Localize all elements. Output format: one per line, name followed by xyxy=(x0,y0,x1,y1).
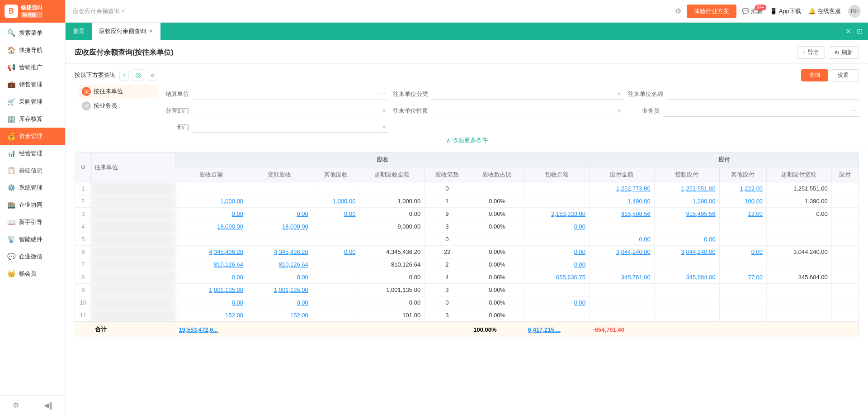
user-avatar[interactable]: Rit xyxy=(848,5,861,18)
salesperson-field[interactable] xyxy=(666,107,850,114)
unit-category-field[interactable] xyxy=(434,91,618,97)
cell-link[interactable]: 0.00 xyxy=(232,299,243,306)
cell-link[interactable]: 77.00 xyxy=(748,274,763,281)
cell-link[interactable]: 1,251,551.00 xyxy=(681,185,716,192)
sidebar-item-operation[interactable]: 📊经营管理 xyxy=(0,145,65,162)
filter-collapse-icon[interactable]: « xyxy=(148,70,157,81)
cell-link[interactable]: 0.00 xyxy=(639,236,650,243)
cell-link[interactable]: 655,636.75 xyxy=(556,274,585,281)
topbar-service[interactable]: 🔔 在线客服 xyxy=(808,7,841,15)
dept-field[interactable] xyxy=(195,124,382,130)
filter-plan-unit[interactable]: 按 按往来单位 xyxy=(78,85,157,98)
dept-arrow[interactable]: ▾ xyxy=(382,123,386,130)
topbar-msg[interactable]: 💬 消息 99+ xyxy=(742,7,763,15)
cell-link[interactable]: 2,153,333.00 xyxy=(551,210,585,217)
cell-link[interactable]: 1,000.00 xyxy=(220,198,243,205)
cell-link[interactable]: 345,684.00 xyxy=(686,274,715,281)
topbar-gear-icon[interactable]: ⚙ xyxy=(675,7,681,15)
cell-link[interactable]: 0.00 xyxy=(574,223,585,230)
cell-link[interactable]: 0.00 xyxy=(574,261,585,268)
filter-plan-staff[interactable]: 按 按业务员 xyxy=(78,100,157,112)
cell-link[interactable]: 1,252,773.00 xyxy=(616,185,651,192)
cell-link[interactable]: 915,508.56 xyxy=(621,210,651,217)
cell-link[interactable]: 1,001,135.00 xyxy=(274,286,308,293)
cell-link[interactable]: 4,345,436.20 xyxy=(209,248,243,255)
unit-nature-arrow[interactable]: ▾ xyxy=(618,107,621,114)
sidebar-item-finance[interactable]: 💰资金管理 xyxy=(0,128,65,145)
settings-button[interactable]: 设置 xyxy=(832,69,859,81)
cell-link[interactable]: 1,390.00 xyxy=(693,198,716,205)
filter-unit-nature-input[interactable]: ▾ xyxy=(432,105,624,116)
topbar-app[interactable]: 📱 App下载 xyxy=(770,7,801,15)
filter-add-btn[interactable]: + xyxy=(119,70,129,81)
cell-link[interactable]: 0.00 xyxy=(232,274,243,281)
sidebar-item-system[interactable]: ⚙️系统管理 xyxy=(0,179,65,196)
filter-settings-btn[interactable]: ◎ xyxy=(132,69,144,81)
sidebar-item-wechat[interactable]: 💬企业微信 xyxy=(0,248,65,265)
tabbar-expand-btn[interactable]: ⊡ xyxy=(855,25,864,38)
sidebar-item-marketing[interactable]: 📢营销推广 xyxy=(0,59,65,76)
cell-link[interactable]: 345,761.00 xyxy=(621,274,651,281)
filter-settle-unit-input[interactable]: ··· xyxy=(193,88,388,100)
tab-close-icon[interactable]: ✕ xyxy=(149,28,153,34)
settle-unit-field[interactable] xyxy=(195,91,379,97)
cell-link[interactable]: 810,126.64 xyxy=(279,261,308,268)
tab-arbalance[interactable]: 应收应付余额查询 ✕ xyxy=(92,23,160,40)
cell-link[interactable]: 0.00 xyxy=(297,299,308,306)
cell-link[interactable]: 13.00 xyxy=(748,210,763,217)
export-button[interactable]: ↑ 导出 xyxy=(797,46,826,59)
cell-link[interactable]: 0.00 xyxy=(297,274,308,281)
refresh-button[interactable]: ↻ 刷新 xyxy=(829,46,859,59)
dept-manage-field[interactable] xyxy=(195,107,382,114)
cell-link[interactable]: 152.00 xyxy=(290,312,308,319)
cell-link[interactable]: 0.00 xyxy=(574,299,585,306)
dept-manage-arrow[interactable]: ▾ xyxy=(382,107,386,114)
cell-link[interactable]: 1,000.00 xyxy=(333,198,356,205)
cell-link[interactable]: 0.00 xyxy=(232,210,243,217)
cell-link[interactable]: 0.00 xyxy=(344,248,355,255)
cell-link[interactable]: 1,001,135.00 xyxy=(209,286,243,293)
sidebar-item-purchase[interactable]: 🛒采购管理 xyxy=(0,93,65,110)
footer-ar-prepay[interactable]: 6,417,215.... xyxy=(524,322,590,337)
cell-link[interactable]: 152.00 xyxy=(225,312,243,319)
filter-dept-input[interactable]: ▾ xyxy=(193,121,388,133)
sidebar-item-hardware[interactable]: 📡智能硬件 xyxy=(0,231,65,248)
cell-link[interactable]: 1,222.00 xyxy=(740,185,763,192)
sidebar-item-guide[interactable]: 📖新手引导 xyxy=(0,214,65,231)
cell-link[interactable]: 0.00 xyxy=(751,248,763,255)
cell-link[interactable]: 3,044,240.00 xyxy=(681,248,716,255)
sidebar-item-basic[interactable]: 📋基础信息 xyxy=(0,162,65,179)
settings-icon[interactable]: ⚙ xyxy=(80,164,86,171)
sidebar-item-member[interactable]: 👑畅会员 xyxy=(0,265,65,282)
cell-link[interactable]: 915,495.56 xyxy=(686,210,715,217)
filter-salesperson-input[interactable]: ··· xyxy=(663,105,859,117)
cell-link[interactable]: 1,490.00 xyxy=(627,198,651,205)
cell-link[interactable]: 18,000.00 xyxy=(217,223,243,230)
cell-link[interactable]: 18,000.00 xyxy=(282,223,308,230)
cell-link[interactable]: 4,345,436.20 xyxy=(274,248,308,255)
cell-link[interactable]: 0.00 xyxy=(297,210,308,217)
cell-link[interactable]: 0.00 xyxy=(344,210,355,217)
salesperson-dots[interactable]: ··· xyxy=(850,106,856,114)
sidebar-item-inventory[interactable]: 🏢库存核算 xyxy=(0,110,65,128)
footer-ar-amount[interactable]: 19,553,472,6... xyxy=(175,322,247,337)
sidebar-collapse-btn[interactable]: ◀‖ xyxy=(40,399,57,411)
cell-link[interactable]: 100.00 xyxy=(745,198,763,205)
unit-category-arrow[interactable]: ▾ xyxy=(618,90,621,97)
cell-link[interactable]: 810,126.64 xyxy=(214,261,243,268)
tabbar-close-btn[interactable]: ✕ xyxy=(844,25,853,38)
tab-home[interactable]: 首页 xyxy=(66,23,92,40)
sidebar-item-sales[interactable]: 💼销售管理 xyxy=(0,76,65,93)
sidebar-item-search[interactable]: 🔍搜索菜单 xyxy=(0,24,65,42)
filter-unit-category-input[interactable]: ▾ xyxy=(432,88,624,100)
cell-link[interactable]: 0.00 xyxy=(704,236,715,243)
cell-link[interactable]: 0.00 xyxy=(574,248,585,255)
sidebar-item-quicknav[interactable]: 🏠快捷导航 xyxy=(0,42,65,59)
collapse-button[interactable]: ∧ 收起更多条件 xyxy=(446,136,488,144)
filter-dept-manage-input[interactable]: ▾ xyxy=(193,105,388,116)
cell-link[interactable]: 3,044,240.00 xyxy=(616,248,651,255)
solution-button[interactable]: 体验行业方案 xyxy=(687,5,736,18)
unit-name-field[interactable] xyxy=(667,89,859,100)
settle-unit-dots[interactable]: ··· xyxy=(379,90,385,98)
sidebar-item-enterprise[interactable]: 🏬企业协同 xyxy=(0,196,65,214)
